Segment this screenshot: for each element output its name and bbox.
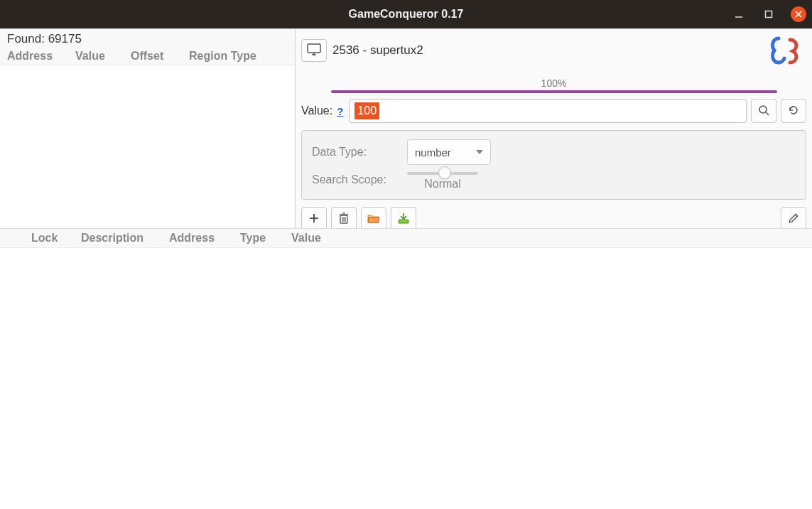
col-address[interactable]: Address	[0, 48, 68, 65]
scope-slider-wrap: Normal	[407, 169, 478, 191]
search-button[interactable]	[751, 99, 776, 123]
svg-rect-1	[766, 11, 772, 18]
col-lock[interactable]: Lock	[0, 229, 71, 247]
add-cheat-button[interactable]	[301, 207, 327, 231]
svg-rect-4	[308, 44, 320, 53]
process-row: 2536 - supertux2	[301, 33, 806, 68]
plus-icon	[309, 213, 319, 225]
save-download-icon	[398, 213, 409, 226]
progress-fill	[331, 90, 777, 93]
col-description[interactable]: Description	[71, 229, 159, 247]
cheat-body[interactable]	[0, 248, 812, 509]
reset-button[interactable]	[781, 99, 806, 123]
found-count: Found: 69175	[0, 29, 295, 48]
results-pane: Found: 69175 Address Value Offset Region…	[0, 29, 296, 228]
results-header: Address Value Offset Region Type	[0, 48, 295, 65]
trash-icon	[339, 213, 349, 226]
close-button[interactable]	[791, 6, 806, 22]
col-offset[interactable]: Offset	[124, 48, 182, 65]
content: Found: 69175 Address Value Offset Region…	[0, 28, 812, 509]
value-row: Value: ? 100	[301, 99, 806, 123]
folder-open-icon	[367, 213, 380, 225]
select-process-button[interactable]	[301, 39, 327, 62]
col-address2[interactable]: Address	[159, 229, 230, 247]
save-cheats-button[interactable]	[391, 207, 416, 231]
options-box: Data Type: number Search Scope: Normal	[301, 130, 806, 200]
controls-pane: 2536 - supertux2 100% Value: ?	[296, 29, 812, 228]
scope-slider[interactable]	[407, 172, 478, 175]
value-input[interactable]	[349, 99, 747, 123]
delete-cheat-button[interactable]	[331, 207, 357, 231]
data-type-select[interactable]: number	[407, 139, 491, 165]
svg-line-8	[766, 112, 769, 115]
refresh-icon	[788, 105, 799, 118]
scope-value: Normal	[424, 178, 461, 191]
scope-row: Search Scope: Normal	[312, 169, 796, 191]
scope-label: Search Scope:	[312, 173, 390, 186]
memory-editor-button[interactable]	[781, 207, 806, 231]
col-type[interactable]: Type	[230, 229, 281, 247]
titlebar: GameConqueror 0.17	[0, 0, 812, 28]
process-label: 2536 - supertux2	[332, 43, 423, 58]
value-input-wrap: 100	[349, 99, 747, 123]
value-help-link[interactable]: ?	[337, 105, 343, 117]
cheat-toolbar	[301, 207, 806, 231]
cheat-header: Lock Description Address Type Value	[0, 229, 812, 248]
progress-row: 100%	[301, 77, 806, 93]
value-label: Value:	[301, 105, 332, 117]
upper-split: Found: 69175 Address Value Offset Region…	[0, 29, 812, 228]
data-type-value: number	[415, 146, 451, 159]
cheat-list-pane: Lock Description Address Type Value	[0, 228, 812, 509]
app-logo-icon	[768, 33, 802, 68]
col-region-type[interactable]: Region Type	[182, 48, 295, 65]
monitor-icon	[307, 43, 321, 58]
col-value[interactable]: Value	[68, 48, 124, 65]
chevron-down-icon	[476, 150, 483, 154]
window-controls	[731, 0, 806, 28]
progress-text: 100%	[541, 77, 567, 89]
minimize-button[interactable]	[731, 6, 747, 22]
open-cheats-button[interactable]	[361, 207, 386, 231]
results-body[interactable]	[0, 65, 295, 228]
progress-bar	[331, 90, 777, 93]
svg-rect-17	[399, 220, 408, 223]
pencil-icon	[788, 213, 799, 226]
data-type-label: Data Type:	[312, 146, 390, 159]
scope-slider-thumb[interactable]	[438, 166, 451, 179]
window-title: GameConqueror 0.17	[0, 8, 812, 21]
search-icon	[758, 105, 769, 118]
data-type-row: Data Type: number	[312, 139, 796, 165]
maximize-button[interactable]	[761, 6, 776, 22]
svg-point-7	[759, 106, 767, 113]
col-value2[interactable]: Value	[281, 229, 812, 247]
